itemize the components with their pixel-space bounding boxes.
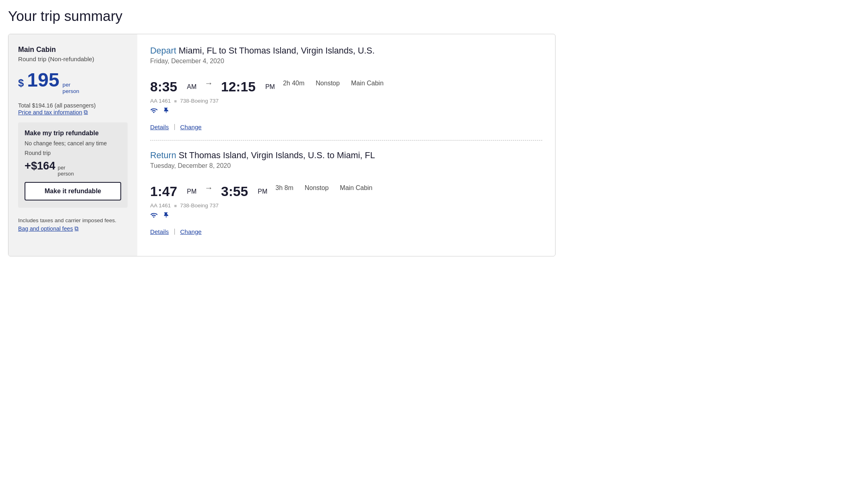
refundable-price-row: +$164 perperson <box>25 159 121 178</box>
trip-summary-card: Main Cabin Round trip (Non-refundable) $… <box>8 34 556 256</box>
return-flight-section: Return St Thomas Island, Virgin Islands,… <box>150 140 542 245</box>
price-tax-link[interactable]: Price and tax information ⧉ <box>18 109 88 116</box>
price-amount: 195 <box>27 70 59 90</box>
refundable-title: Make my trip refundable <box>25 130 121 137</box>
depart-power-icon <box>162 107 169 116</box>
depart-arrive-period: PM <box>265 83 275 91</box>
return-wifi-icon <box>150 212 157 221</box>
depart-amenities <box>150 107 542 116</box>
return-amenities <box>150 212 542 221</box>
return-power-icon <box>162 212 169 221</box>
external-link-icon: ⧉ <box>84 109 88 116</box>
depart-wifi-icon <box>150 107 157 116</box>
return-details-link[interactable]: Details <box>150 228 169 235</box>
return-flight-meta: 3h 8m Nonstop Main Cabin <box>275 184 372 192</box>
total-price-label: Total $194.16 (all passengers) <box>18 102 128 109</box>
depart-times: 8:35 AM <box>150 79 196 95</box>
depart-duration: 2h 40m <box>283 80 304 87</box>
return-dot-separator: ■ <box>174 203 177 208</box>
return-arrive-times: 3:55 PM <box>221 184 267 199</box>
return-arrive-period: PM <box>258 188 267 195</box>
depart-flight-section: Depart Miami, FL to St Thomas Island, Vi… <box>150 45 542 140</box>
return-times: 1:47 PM <box>150 184 196 199</box>
depart-flight-header: Depart Miami, FL to St Thomas Island, Vi… <box>150 45 542 65</box>
pricing-panel: Main Cabin Round trip (Non-refundable) $… <box>8 34 137 256</box>
depart-actions: Details | Change <box>150 123 542 130</box>
return-actions: Details | Change <box>150 228 542 235</box>
return-aircraft: 738-Boeing 737 <box>180 202 219 209</box>
return-flight-info: AA 1461 ■ 738-Boeing 737 <box>150 202 542 209</box>
depart-change-link[interactable]: Change <box>180 124 202 130</box>
return-depart-time: 1:47 <box>150 184 177 199</box>
make-refundable-button[interactable]: Make it refundable <box>25 182 121 200</box>
depart-direction: Depart Miami, FL to St Thomas Island, Vi… <box>150 45 542 56</box>
cabin-type-label: Main Cabin <box>18 45 128 54</box>
depart-arrive-times: 12:15 PM <box>221 79 275 95</box>
return-flight-header: Return St Thomas Island, Virgin Islands,… <box>150 150 542 169</box>
depart-aircraft: 738-Boeing 737 <box>180 98 219 104</box>
depart-arrow-icon: → <box>205 78 213 88</box>
depart-action-separator: | <box>174 123 175 130</box>
return-flight-number: AA 1461 <box>150 202 171 209</box>
depart-nonstop: Nonstop <box>316 80 340 87</box>
page-title: Your trip summary <box>8 8 556 24</box>
depart-route: Miami, FL to St Thomas Island, Virgin Is… <box>179 45 375 56</box>
flights-panel: Depart Miami, FL to St Thomas Island, Vi… <box>137 34 555 256</box>
return-direction: Return St Thomas Island, Virgin Islands,… <box>150 150 542 161</box>
return-arrow-icon: → <box>205 183 213 193</box>
return-route: St Thomas Island, Virgin Islands, U.S. t… <box>179 150 375 160</box>
depart-flight-number: AA 1461 <box>150 98 171 104</box>
depart-depart-period: AM <box>187 83 196 91</box>
bag-fees-link[interactable]: Bag and optional fees ⧉ <box>18 225 79 232</box>
depart-cabin: Main Cabin <box>351 80 384 87</box>
bag-fees-external-icon: ⧉ <box>74 225 79 232</box>
return-depart-period: PM <box>187 188 196 195</box>
return-date: Tuesday, December 8, 2020 <box>150 162 542 169</box>
refundable-trip-type: Round trip <box>25 150 121 156</box>
return-cabin: Main Cabin <box>340 184 372 192</box>
depart-flight-info: AA 1461 ■ 738-Boeing 737 <box>150 98 542 104</box>
return-arrive-time: 3:55 <box>221 184 248 199</box>
return-direction-label: Return <box>150 150 176 160</box>
price-dollar-sign: $ <box>18 77 24 89</box>
footer-note: Includes taxes and carrier imposed fees. <box>18 217 128 223</box>
trip-type-label: Round trip (Non-refundable) <box>18 56 128 62</box>
refundable-box: Make my trip refundable No change fees; … <box>18 122 128 208</box>
per-person-label: perperson <box>62 82 79 95</box>
depart-date: Friday, December 4, 2020 <box>150 58 542 65</box>
return-nonstop: Nonstop <box>305 184 329 192</box>
return-change-link[interactable]: Change <box>180 228 202 235</box>
refundable-per-person-label: perperson <box>58 165 74 178</box>
return-duration: 3h 8m <box>275 184 293 192</box>
depart-depart-time: 8:35 <box>150 79 177 95</box>
refundable-price-amount: +$164 <box>25 159 55 172</box>
depart-flight-meta: 2h 40m Nonstop Main Cabin <box>283 80 384 87</box>
depart-details-link[interactable]: Details <box>150 124 169 130</box>
depart-arrive-time: 12:15 <box>221 79 256 95</box>
price-display: $ 195 perperson <box>18 70 128 95</box>
depart-direction-label: Depart <box>150 45 176 56</box>
return-action-separator: | <box>174 228 175 235</box>
depart-dot-separator: ■ <box>174 99 177 103</box>
refundable-description: No change fees; cancel any time <box>25 140 121 147</box>
